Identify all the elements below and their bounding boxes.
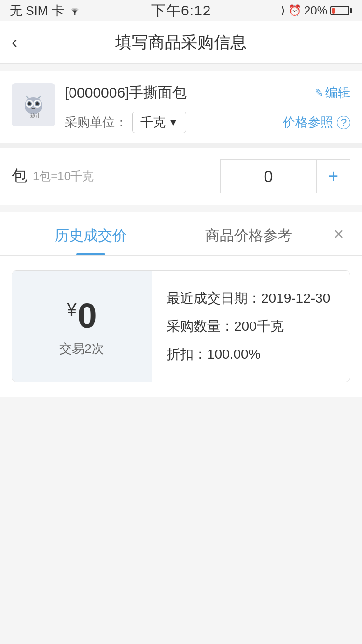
product-section: 鲸计 [0000006]手撕面包 ✎ 编辑 采购单位： 千克 ▼ (0, 71, 362, 143)
tab-close-button[interactable]: × (327, 223, 350, 246)
section-divider (0, 143, 362, 148)
page-title: 填写商品采购信息 (115, 31, 247, 54)
price-currency: ¥ (67, 300, 76, 320)
quantity-section: 包 1包=10千克 + (0, 148, 362, 205)
tab-product-price-ref[interactable]: 商品价格参考 (169, 212, 327, 255)
product-info: [0000006]手撕面包 ✎ 编辑 采购单位： 千克 ▼ 价格参照 ? (65, 83, 350, 133)
product-image: 鲸计 (12, 83, 55, 126)
status-left: 无 SIM 卡 (10, 2, 82, 19)
sim-status: 无 SIM 卡 (10, 2, 64, 19)
price-ref-button[interactable]: 价格参照 ? (283, 114, 350, 131)
alarm-icon: ⏰ (288, 4, 301, 17)
status-right: ⟩ ⏰ 20% (281, 4, 352, 17)
nav-bar: ‹ 填写商品采购信息 (0, 21, 362, 64)
tab-history-price[interactable]: 历史成交价 (12, 212, 169, 255)
discount: 折扣：100.00% (167, 344, 335, 364)
recent-date: 最近成交日期：2019-12-30 (167, 288, 335, 308)
unit-label: 采购单位： (65, 114, 127, 131)
battery-percent: 20% (304, 4, 327, 17)
help-icon: ? (337, 116, 350, 129)
price-display: ¥ 0 (67, 296, 97, 336)
svg-point-6 (28, 102, 31, 105)
unit-select[interactable]: 千克 ▼ (132, 112, 186, 133)
purchase-qty: 采购数量：200千克 (167, 316, 335, 336)
unit-note: 1包=10千克 (33, 168, 94, 184)
status-time: 下午6:12 (151, 1, 211, 21)
edit-button[interactable]: ✎ 编辑 (315, 84, 350, 101)
back-button[interactable]: ‹ (12, 32, 17, 53)
trade-count: 交易2次 (59, 340, 104, 357)
status-bar: 无 SIM 卡 下午6:12 ⟩ ⏰ 20% (0, 0, 362, 21)
svg-point-0 (74, 13, 76, 15)
history-card: ¥ 0 交易2次 最近成交日期：2019-12-30 采购数量：200千克 折扣… (12, 270, 350, 382)
history-price-left: ¥ 0 交易2次 (12, 271, 152, 382)
battery-indicator (330, 6, 352, 15)
svg-point-7 (36, 102, 39, 105)
tab-section: 历史成交价 商品价格参考 × ¥ 0 交易2次 最近成交日期：2019-12-3… (0, 212, 362, 397)
quantity-input[interactable] (220, 159, 317, 193)
location-icon: ⟩ (281, 4, 285, 17)
unit-big: 包 (12, 166, 27, 187)
product-name: [0000006]手撕面包 (65, 83, 187, 103)
history-details-right: 最近成交日期：2019-12-30 采购数量：200千克 折扣：100.00% (152, 271, 350, 382)
quantity-control: + (220, 159, 350, 193)
price-value: 0 (77, 296, 97, 336)
svg-text:鲸计: 鲸计 (30, 113, 40, 118)
quantity-plus-button[interactable]: + (317, 159, 350, 193)
unit-label-group: 包 1包=10千克 (12, 166, 94, 187)
dropdown-icon: ▼ (168, 117, 178, 128)
tab-bar: 历史成交价 商品价格参考 × (0, 212, 362, 256)
wifi-icon (68, 3, 82, 18)
history-content: ¥ 0 交易2次 最近成交日期：2019-12-30 采购数量：200千克 折扣… (0, 256, 362, 397)
edit-icon: ✎ (315, 87, 323, 99)
